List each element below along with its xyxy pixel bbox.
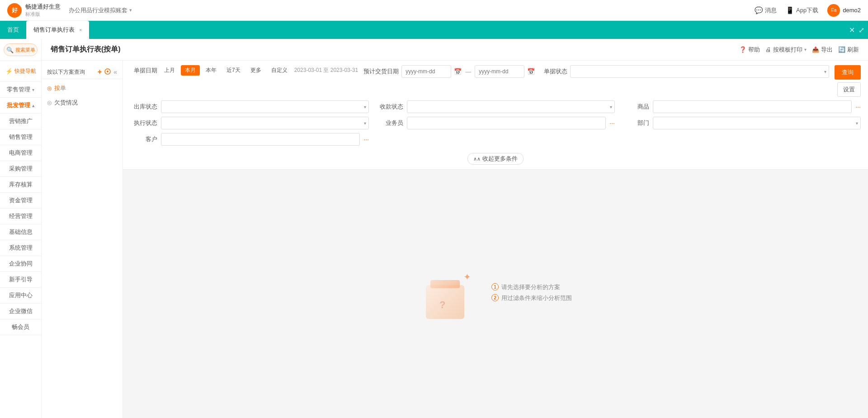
predict-date-end-input[interactable] [475, 65, 524, 78]
filter-row-2: 出库状态 ▾ 收款状态 ▾ [130, 100, 861, 113]
sidebar-item-retail[interactable]: 零售管理 ▾ [0, 82, 41, 97]
sidebar-item-operation[interactable]: 经营管理 [0, 209, 41, 224]
content-area: 销售订单执行表(按单) ❓ 帮助 🖨 按模板打印 ▾ 📤 导出 🔄 刷新 [42, 39, 868, 418]
sidebar-operation-section: 经营管理 [0, 209, 41, 224]
quick-nav-icon: ⚡ [5, 68, 13, 75]
date-tab-custom[interactable]: 自定义 [267, 65, 292, 76]
exec-status-select[interactable] [161, 117, 369, 129]
sidebar-item-basicinfo[interactable]: 基础信息 [0, 224, 41, 240]
collapse-button[interactable]: ∧∧ 收起更多条件 [467, 153, 524, 165]
retail-expand-icon: ▾ [32, 87, 34, 92]
scheme-header-label: 按以下方案查询 [47, 68, 85, 76]
dept-field: 部门 ▾ [622, 117, 861, 129]
add-scheme-button[interactable]: + [98, 68, 102, 76]
message-button[interactable]: 💬 消息 [755, 6, 777, 14]
sidebar-item-apps[interactable]: 应用中心 [0, 288, 41, 303]
quick-nav-button[interactable]: ⚡ 快捷导航 [0, 65, 41, 78]
export-button[interactable]: 📤 导出 [812, 46, 833, 54]
salesperson-input[interactable] [407, 117, 606, 129]
dept-wrapper: ▾ [653, 117, 861, 129]
scheme-item-order[interactable]: ◎ 按单 [42, 81, 123, 95]
customer-ellipsis-icon[interactable]: ··· [363, 136, 369, 143]
app-download-button[interactable]: 📱 App下载 [786, 6, 818, 14]
breadcrumb[interactable]: 办公用品行业模拟账套 ▾ [69, 6, 132, 14]
dept-select[interactable] [653, 117, 861, 129]
tab-close-icon[interactable]: × [79, 27, 82, 33]
sidebar-item-collab[interactable]: 企业协同 [0, 256, 41, 271]
sidebar-item-marketing[interactable]: 营销推广 [0, 114, 41, 129]
window-close-icon[interactable]: ✕ [849, 26, 855, 34]
empty-filter-col-3 [622, 133, 861, 146]
message-icon: 💬 [755, 6, 763, 14]
tab-sales-order[interactable]: 销售订单执行表 × [26, 21, 89, 39]
edit-scheme-button[interactable] [104, 68, 111, 76]
date-tab-more[interactable]: 更多 [246, 65, 265, 76]
collapse-panel-button[interactable]: « [113, 68, 117, 76]
right-content: 单据日期 上月 本月 本年 近7天 更多 自定义 2023-03-01 至 20… [123, 61, 868, 418]
print-icon: 🖨 [765, 46, 771, 53]
date-tab-this-month[interactable]: 本月 [181, 65, 200, 76]
refresh-button[interactable]: 🔄 刷新 [838, 46, 859, 54]
date-tabs: 上月 本月 本年 近7天 更多 自定义 [160, 65, 292, 76]
sidebar-item-inventory[interactable]: 库存核算 [0, 177, 41, 192]
date-tab-7days[interactable]: 近7天 [222, 65, 245, 76]
sidebar-item-wholesale[interactable]: 批发管理 ▴ [0, 98, 41, 113]
export-icon: 📤 [812, 46, 819, 53]
page-actions: ❓ 帮助 🖨 按模板打印 ▾ 📤 导出 🔄 刷新 [739, 46, 859, 54]
scheme-item-shortage[interactable]: ◎ 欠货情况 [42, 95, 123, 110]
refresh-icon: 🔄 [838, 46, 845, 53]
exec-status-label: 执行状态 [130, 119, 157, 127]
salesperson-field: 业务员 ··· [376, 117, 615, 129]
calendar-start-icon[interactable]: 📅 [454, 68, 462, 75]
goods-field: 商品 ··· [622, 100, 861, 113]
doc-status-select-wrapper: ▾ [570, 65, 829, 78]
sidebar-item-member[interactable]: 畅会员 [0, 319, 41, 335]
sidebar-item-finance[interactable]: 资金管理 [0, 193, 41, 208]
sidebar-item-purchase[interactable]: 采购管理 [0, 161, 41, 176]
sidebar-item-sales[interactable]: 销售管理 [0, 129, 41, 145]
sidebar: 🔍 搜索菜单 ⚡ 快捷导航 零售管理 ▾ 批发管理 ▴ 营销推广 [0, 39, 42, 418]
customer-input[interactable] [161, 133, 360, 146]
dept-label: 部门 [622, 119, 649, 127]
salesperson-ellipsis-icon[interactable]: ··· [609, 119, 615, 127]
sidebar-wholesale-section: 批发管理 ▴ [0, 98, 41, 114]
sidebar-apps-section: 应用中心 [0, 288, 41, 304]
collect-status-select[interactable] [407, 100, 615, 113]
sidebar-item-ecommerce[interactable]: 电商管理 [0, 145, 41, 161]
window-expand-icon[interactable]: ⤢ [859, 26, 864, 34]
sidebar-item-system[interactable]: 系统管理 [0, 240, 41, 256]
date-range-separator: — [464, 68, 472, 75]
setting-button[interactable]: 设置 [837, 82, 861, 97]
empty-illustration: ✦ ? [419, 269, 473, 319]
search-menu-button[interactable]: 🔍 搜索菜单 [4, 43, 38, 56]
sidebar-sales-section: 销售管理 [0, 129, 41, 145]
tab-home[interactable]: 首页 [0, 21, 26, 39]
calendar-end-icon[interactable]: 📅 [527, 68, 535, 75]
page-header: 销售订单执行表(按单) ❓ 帮助 🖨 按模板打印 ▾ 📤 导出 🔄 刷新 [42, 39, 868, 61]
sidebar-finance-section: 资金管理 [0, 193, 41, 209]
date-tab-last-month[interactable]: 上月 [160, 65, 179, 76]
data-area: ✦ ? 1 请先选择要分析的方案 2 用过滤条 [123, 170, 868, 418]
search-button[interactable]: 查询 [835, 65, 861, 80]
empty-state: ✦ ? 1 请先选择要分析的方案 2 用过滤条 [419, 269, 572, 319]
filter-area: 单据日期 上月 本月 本年 近7天 更多 自定义 2023-03-01 至 20… [123, 61, 868, 170]
main-layout: 🔍 搜索菜单 ⚡ 快捷导航 零售管理 ▾ 批发管理 ▴ 营销推广 [0, 39, 868, 418]
help-button[interactable]: ❓ 帮助 [739, 46, 760, 54]
print-arrow-icon: ▾ [804, 47, 807, 52]
sidebar-item-newuser[interactable]: 新手引导 [0, 272, 41, 287]
goods-input[interactable] [653, 100, 852, 113]
filter-row-3: 执行状态 ▾ 业务员 ··· 部门 [130, 117, 861, 129]
search-button-group: 查询 设置 [835, 65, 861, 97]
predict-date-inputs: 📅 — 📅 [401, 65, 535, 78]
out-status-select[interactable] [161, 100, 369, 113]
predict-date-start-input[interactable] [401, 65, 451, 78]
doc-status-select[interactable] [570, 65, 829, 78]
sidebar-item-wechat[interactable]: 企业微信 [0, 304, 41, 319]
goods-ellipsis-icon[interactable]: ··· [855, 103, 861, 110]
customer-field: 客户 ··· [130, 133, 369, 146]
user-area[interactable]: Ea demo2 [827, 4, 861, 17]
empty-question-icon: ? [439, 299, 445, 311]
date-tab-this-year[interactable]: 本年 [202, 65, 221, 76]
print-button[interactable]: 🖨 按模板打印 ▾ [765, 46, 807, 54]
date-field-label: 单据日期 [130, 66, 157, 75]
